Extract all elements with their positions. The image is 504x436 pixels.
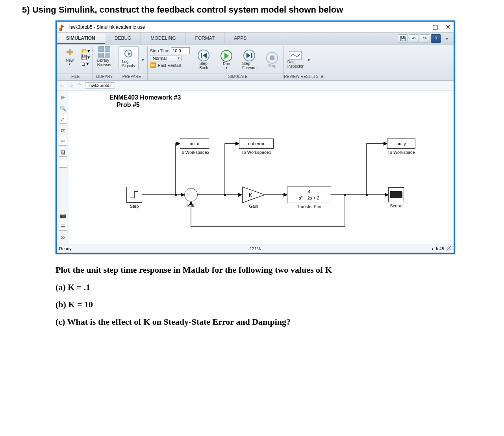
status-left: Ready [59, 246, 72, 251]
minimize-icon[interactable]: — [419, 23, 425, 31]
stoptime-field[interactable]: 10.0 [171, 47, 190, 54]
window-title: hwk3prob5 - Simulink academic use [69, 24, 145, 30]
block-sum[interactable]: + - [184, 188, 198, 201]
block-tf-label: Transfer Fcn [287, 204, 331, 209]
close-icon[interactable]: ✕ [445, 23, 450, 31]
stop-button[interactable]: Stop [263, 51, 281, 69]
stop-label: Stop [268, 64, 276, 68]
statusbar: Ready 121% ode45 [57, 244, 454, 253]
prepare-dropdown-icon[interactable]: ▼ [141, 58, 145, 62]
part-c: (c) What is the effect of K on Steady-St… [56, 317, 476, 327]
block-scope-label: Scope [387, 203, 406, 208]
help-icon[interactable]: ? [431, 34, 441, 43]
library-icon [99, 47, 109, 57]
quick-access: 💾 ↶ ↷ ? ▾ [396, 33, 454, 44]
redo-icon[interactable]: ↷ [420, 34, 430, 43]
palette-props-icon[interactable]: ☰ [59, 222, 67, 231]
simmode-dropdown[interactable]: Normal [150, 55, 182, 61]
palette-image-icon[interactable]: 🖼 [59, 148, 67, 157]
tf-num: 4 [308, 190, 310, 194]
node [366, 194, 368, 196]
log-label: Log Signals [122, 59, 135, 68]
nav-back-icon[interactable]: ⇦ [59, 82, 65, 89]
diagram-title: ENME403 Homework #3 Prob #5 [109, 94, 181, 109]
breadcrumb[interactable]: hwk3prob5 [85, 82, 115, 89]
group-prepare: Log Signals ▼ PREPARE [116, 46, 148, 80]
new-button[interactable]: ✚ New ▼ [61, 46, 79, 67]
step-forward-button[interactable]: Step Forward [240, 49, 258, 71]
titlebar: hwk3prob5 - Simulink academic use — ▢ ✕ [57, 22, 454, 33]
step-back-button[interactable]: Step Back [195, 49, 213, 71]
group-simulate: Step Back Run ▼ Step Forward Stop [192, 46, 284, 80]
resize-grip-icon[interactable] [447, 246, 451, 251]
nav-up-icon[interactable]: ⇧ [76, 82, 83, 89]
part-a: (a) K = .1 [56, 282, 476, 292]
new-label: New [66, 58, 74, 63]
wave-icon [289, 51, 302, 60]
undo-icon[interactable]: ↶ [409, 34, 419, 43]
library-label: Library Browser [97, 58, 112, 67]
tf-den: s² + 2s + 2 [299, 196, 319, 200]
block-transfer-fcn[interactable]: 4 s² + 2s + 2 [287, 187, 331, 203]
tab-debug[interactable]: DEBUG [105, 33, 141, 44]
run-button[interactable]: Run ▼ [217, 49, 235, 70]
palette-text-icon[interactable]: A≡ [59, 137, 67, 146]
node [344, 194, 346, 196]
data-inspector-button[interactable]: Data Inspector [286, 50, 304, 69]
step-back-label: Step Back [199, 61, 208, 70]
log-signals-button[interactable]: Log Signals [119, 46, 139, 70]
palette-zoom-icon[interactable]: 🔍 [59, 104, 67, 113]
save-icon[interactable]: 💾 [398, 34, 408, 43]
tab-format[interactable]: FORMAT [185, 33, 224, 44]
tab-modeling[interactable]: MODELING [141, 33, 185, 44]
block-step-label: Step [126, 204, 142, 209]
simulink-window: hwk3prob5 - Simulink academic use — ▢ ✕ … [56, 20, 455, 254]
canvas[interactable]: ENME403 Homework #3 Prob #5 [69, 91, 454, 244]
collapse-ribbon-icon[interactable]: ▲ [319, 46, 326, 80]
block-gain[interactable]: K [242, 186, 265, 203]
print-icon[interactable]: 🖨▾ [81, 61, 90, 67]
palette-swap-icon[interactable]: ⇄ [59, 126, 67, 135]
status-zoom: 121% [250, 246, 261, 251]
plot-instruction: Plot the unit step time response in Matl… [56, 265, 476, 275]
block-to-workspace1[interactable]: out.error [239, 139, 274, 149]
new-icon: ✚ [65, 47, 75, 57]
palette-camera-icon[interactable]: 📷 [59, 211, 67, 220]
group-library: Library Browser LIBRARY [93, 46, 116, 80]
group-file: ✚ New ▼ 📂▾ 💾▾ 🖨▾ FILE [58, 46, 93, 80]
palette-more-icon[interactable]: ≫ [59, 233, 67, 242]
simulink-logo-icon [60, 24, 66, 30]
block-to-workspace2[interactable]: out.u [180, 139, 209, 149]
block-sum-label: Sum [184, 203, 198, 208]
maximize-icon[interactable]: ▢ [432, 23, 438, 31]
fast-restart-label: Fast Restart [158, 63, 182, 68]
library-browser-button[interactable]: Library Browser [95, 46, 113, 68]
open-icon[interactable]: 📂▾ [81, 48, 90, 54]
navbar: ⇦ ⇨ ⇧ hwk3prob5 [57, 81, 454, 91]
save-icon-small[interactable]: 💾▾ [81, 54, 90, 60]
group-label-prepare: PREPARE [116, 73, 147, 79]
group-label-file: FILE [58, 73, 93, 79]
nav-forward-icon[interactable]: ⇨ [68, 82, 74, 89]
quick-dropdown-icon[interactable]: ▾ [442, 34, 452, 43]
group-label-library: LIBRARY [93, 73, 116, 79]
block-to-workspace[interactable]: out.y [387, 139, 415, 149]
question-header: 5) Using Simulink, construct the feedbac… [22, 5, 488, 15]
palette-fit-icon[interactable]: ⤢ [59, 115, 67, 124]
tab-apps[interactable]: APPS [224, 33, 256, 44]
step-forward-icon [243, 50, 255, 61]
ribbon-tabstrip: SIMULATION DEBUG MODELING FORMAT APPS 💾 … [57, 33, 454, 44]
palette-blank-icon[interactable] [59, 159, 67, 168]
status-solver[interactable]: ode45 [432, 246, 444, 251]
palette: ⊕ 🔍 ⤢ ⇄ A≡ 🖼 📷 ☰ ≫ [57, 91, 69, 244]
block-step[interactable] [126, 187, 142, 203]
tab-simulation[interactable]: SIMULATION [57, 33, 105, 44]
block-gain-label: Gain [242, 204, 265, 209]
block-scope[interactable] [388, 187, 404, 202]
review-dropdown-icon[interactable]: ▼ [307, 58, 311, 62]
group-review: Data Inspector ▼ REVIEW RESULTS [284, 46, 319, 80]
antenna-icon [123, 48, 133, 59]
palette-target-icon[interactable]: ⊕ [59, 93, 67, 102]
fast-restart-icon[interactable]: ⏩ [150, 62, 156, 68]
editor-body: ⊕ 🔍 ⤢ ⇄ A≡ 🖼 📷 ☰ ≫ ENME403 Homework #3 P… [57, 91, 454, 244]
